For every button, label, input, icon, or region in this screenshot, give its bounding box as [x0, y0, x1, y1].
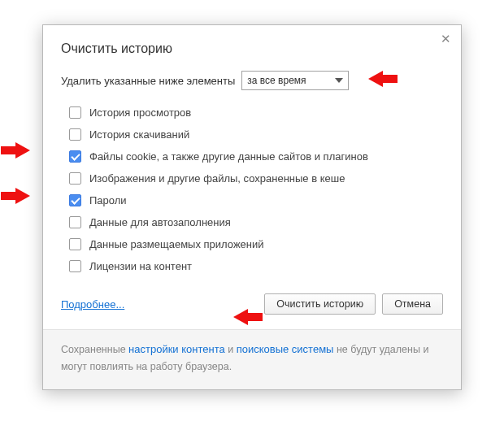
cancel-button[interactable]: Отмена	[382, 293, 443, 315]
more-link[interactable]: Подробнее...	[61, 298, 124, 311]
option-row: История просмотров	[69, 102, 443, 124]
checkbox[interactable]	[69, 150, 81, 163]
clear-history-button[interactable]: Очистить историю	[264, 293, 376, 315]
option-label: Данные для автозаполнения	[89, 216, 231, 228]
dialog-title: Очистить историю	[61, 41, 443, 56]
option-label: Файлы cookie, а также другие данные сайт…	[89, 150, 368, 163]
footer-text: и	[225, 344, 237, 355]
content-settings-link[interactable]: настройки контента	[128, 343, 225, 355]
option-row: Пароли	[69, 189, 443, 211]
option-row: История скачиваний	[69, 124, 443, 146]
checkbox[interactable]	[69, 260, 81, 272]
period-select-value: за все время	[247, 75, 306, 86]
option-label: Изображения и другие файлы, сохраненные …	[89, 172, 345, 185]
action-row: Подробнее... Очистить историю Отмена	[61, 285, 443, 329]
option-row: Файлы cookie, а также другие данные сайт…	[69, 146, 443, 167]
checkbox[interactable]	[69, 106, 81, 119]
dialog-body: ✕ Очистить историю Удалить указанные ниж…	[43, 25, 461, 329]
annotation-arrow	[15, 188, 30, 204]
option-row: Данные для автозаполнения	[69, 211, 443, 233]
period-prompt: Удалить указанные ниже элементы	[61, 75, 235, 87]
checkbox[interactable]	[69, 238, 81, 250]
option-label: Данные размещаемых приложений	[89, 238, 264, 250]
clear-history-dialog: ✕ Очистить историю Удалить указанные ниж…	[42, 24, 462, 390]
options-list: История просмотровИстория скачиванийФайл…	[69, 102, 443, 277]
close-icon[interactable]: ✕	[438, 32, 453, 46]
annotation-arrow	[15, 142, 30, 159]
option-label: История скачиваний	[89, 128, 189, 141]
option-row: Лицензии на контент	[69, 255, 443, 277]
checkbox[interactable]	[69, 172, 81, 185]
period-select[interactable]: за все время	[241, 71, 349, 90]
option-label: История просмотров	[89, 106, 191, 119]
option-row: Изображения и другие файлы, сохраненные …	[69, 167, 443, 189]
dialog-footer: Сохраненные настройки контента и поисков…	[43, 329, 461, 389]
chevron-down-icon	[335, 78, 343, 83]
option-label: Лицензии на контент	[89, 260, 192, 272]
search-engines-link[interactable]: поисковые системы	[237, 343, 334, 355]
checkbox[interactable]	[69, 194, 81, 206]
checkbox[interactable]	[69, 128, 81, 141]
footer-text: Сохраненные	[61, 344, 128, 355]
button-group: Очистить историю Отмена	[264, 293, 443, 315]
option-row: Данные размещаемых приложений	[69, 233, 443, 255]
checkbox[interactable]	[69, 216, 81, 228]
option-label: Пароли	[89, 194, 127, 206]
period-row: Удалить указанные ниже элементы за все в…	[61, 71, 443, 90]
